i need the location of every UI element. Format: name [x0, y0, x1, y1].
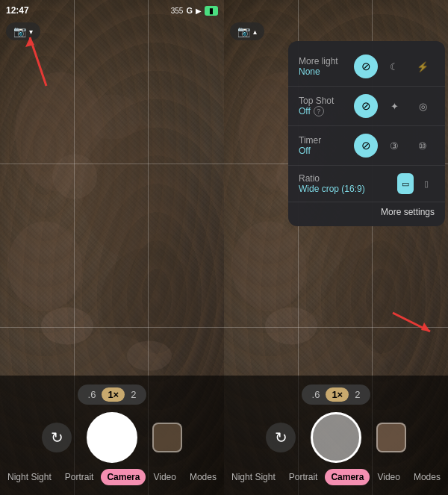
svg-point-6: [146, 233, 183, 270]
top-shot-value-group: Off ?: [299, 106, 334, 116]
bottom-controls-left: .6 1× 2 ↻ Night Sight Portrait Camera Vi…: [0, 376, 224, 495]
ratio-row: Ratio Wide crop (16:9) ▭ ▯: [288, 169, 445, 199]
ratio-value: Wide crop (16:9): [299, 184, 365, 194]
top-shot-label-group: Top Shot Off ?: [299, 96, 334, 116]
google-badge: G: [186, 6, 193, 15]
svg-point-5: [52, 155, 97, 199]
top-shot-off-icon[interactable]: ⊘: [354, 94, 378, 118]
svg-point-2: [7, 222, 82, 311]
flip-camera-button-right[interactable]: ↻: [266, 423, 296, 452]
nav-video-label-right: Video: [377, 472, 399, 482]
bottom-controls-right: .6 1× 2 ↻ Night Sight Portrait Camera Vi…: [224, 376, 448, 495]
nav-modes-label-left: Modes: [190, 472, 217, 482]
nav-camera-label-right: Camera: [331, 472, 364, 482]
camera-icon-right: 📷: [237, 25, 250, 37]
zoom-1x-right[interactable]: 1×: [326, 387, 349, 402]
battery-icon: ▮: [209, 7, 214, 15]
ratio-label-group: Ratio Wide crop (16:9): [299, 173, 365, 194]
more-light-label-group: More light None: [299, 56, 338, 77]
svg-point-7: [82, 95, 142, 140]
battery-indicator: ▮: [205, 6, 218, 16]
right-panel: 📷 ▴ More light None ⊘ ☾ ⚡ Top Shot Off: [224, 0, 448, 495]
nav-camera-left[interactable]: Camera: [101, 469, 146, 485]
night-mode-icon[interactable]: ☾: [382, 55, 406, 78]
timer-off-icon[interactable]: ⊘: [354, 134, 378, 158]
nav-night-sight-left[interactable]: Night Sight: [1, 469, 57, 485]
zoom-controls-right: .6 1× 2: [302, 385, 371, 405]
chevron-up-icon: ▴: [253, 28, 257, 36]
zoom-controls-left: .6 1× 2: [78, 385, 147, 405]
top-shot-row: Top Shot Off ? ⊘ ✦ ◎: [288, 90, 445, 122]
flash-icon[interactable]: ⚡: [411, 55, 435, 78]
nav-night-sight-label-left: Night Sight: [7, 472, 52, 482]
svg-point-19: [265, 308, 317, 345]
chevron-down-icon: ▾: [29, 28, 33, 36]
flip-camera-button[interactable]: ↻: [42, 423, 72, 452]
camera-mode-button-right[interactable]: 📷 ▴: [230, 22, 264, 40]
timer-label-group: Timer Off: [299, 135, 321, 156]
status-time: 12:47: [6, 5, 29, 16]
nav-camera-right[interactable]: Camera: [325, 469, 370, 485]
bottom-nav-right: Night Sight Portrait Camera Video Modes: [224, 469, 448, 485]
top-shot-auto-icon[interactable]: ✦: [382, 94, 406, 118]
camera-small-icon: 📷: [13, 25, 26, 37]
nav-modes-label-right: Modes: [414, 472, 441, 482]
timer-value: Off: [299, 146, 321, 156]
top-shot-burst-icon[interactable]: ◎: [411, 94, 435, 118]
gallery-thumbnail-right[interactable]: [376, 423, 406, 452]
more-light-row: More light None ⊘ ☾ ⚡: [288, 50, 445, 83]
signal-icon: 355: [171, 7, 184, 15]
top-shot-value: Off: [299, 106, 311, 116]
shutter-button-right[interactable]: [311, 412, 361, 463]
timer-row: Timer Off ⊘ ③ ⑩: [288, 129, 445, 162]
zoom-wide-right[interactable]: .6: [312, 389, 320, 400]
svg-point-9: [127, 341, 172, 371]
gallery-thumbnail-left[interactable]: [152, 423, 182, 452]
zoom-wide-left[interactable]: .6: [88, 389, 96, 400]
more-settings-button[interactable]: More settings: [299, 207, 435, 217]
settings-dropdown: More light None ⊘ ☾ ⚡ Top Shot Off ? ⊘ ✦: [288, 41, 445, 226]
shutter-button-left[interactable]: [87, 412, 137, 463]
no-flash-icon[interactable]: ⊘: [354, 55, 378, 78]
zoom-tele-right[interactable]: 2: [355, 389, 360, 400]
shutter-row-left: ↻: [0, 412, 224, 463]
nav-video-right[interactable]: Video: [371, 469, 405, 485]
shutter-row-right: ↻: [224, 412, 448, 463]
top-controls-left[interactable]: 📷 ▾: [6, 22, 40, 40]
more-light-label: More light: [299, 56, 338, 66]
nav-night-sight-label-right: Night Sight: [231, 472, 276, 482]
nav-portrait-right[interactable]: Portrait: [283, 469, 324, 485]
more-light-value: None: [299, 66, 338, 77]
nav-video-label-left: Video: [153, 472, 175, 482]
svg-point-8: [41, 308, 93, 345]
svg-point-18: [370, 233, 407, 270]
nav-portrait-label-left: Portrait: [65, 472, 94, 482]
nav-modes-left[interactable]: Modes: [184, 469, 223, 485]
ratio-label: Ratio: [299, 173, 365, 184]
zoom-pill-left: .6 1× 2: [78, 385, 147, 405]
top-controls-right[interactable]: 📷 ▴: [230, 22, 264, 40]
nav-night-sight-right[interactable]: Night Sight: [225, 469, 281, 485]
more-settings-label: More settings: [381, 207, 435, 217]
recording-dot: ▶: [196, 7, 202, 15]
nav-portrait-left[interactable]: Portrait: [59, 469, 100, 485]
nav-video-left[interactable]: Video: [147, 469, 181, 485]
ratio-tall-icon[interactable]: ▯: [418, 173, 435, 194]
timer-10s-icon[interactable]: ⑩: [411, 134, 435, 158]
timer-icons: ⊘ ③ ⑩: [354, 134, 435, 158]
nav-camera-label-left: Camera: [107, 472, 140, 482]
ratio-icons: ▭ ▯: [397, 173, 435, 194]
bottom-nav-left: Night Sight Portrait Camera Video Modes: [0, 469, 224, 485]
more-light-icons: ⊘ ☾ ⚡: [354, 55, 435, 78]
zoom-1x-left[interactable]: 1×: [102, 387, 125, 402]
ratio-wide-icon[interactable]: ▭: [397, 173, 414, 194]
nav-portrait-label-right: Portrait: [289, 472, 318, 482]
timer-label: Timer: [299, 135, 321, 146]
top-shot-icons: ⊘ ✦ ◎: [354, 94, 435, 118]
camera-mode-button[interactable]: 📷 ▾: [6, 22, 40, 40]
nav-modes-right[interactable]: Modes: [408, 469, 447, 485]
zoom-tele-left[interactable]: 2: [131, 389, 136, 400]
top-shot-help-icon[interactable]: ?: [314, 106, 324, 116]
left-panel: 12:47 355 G ▶ ▮ 📷 ▾ .6 1×: [0, 0, 224, 495]
timer-3s-icon[interactable]: ③: [382, 134, 406, 158]
